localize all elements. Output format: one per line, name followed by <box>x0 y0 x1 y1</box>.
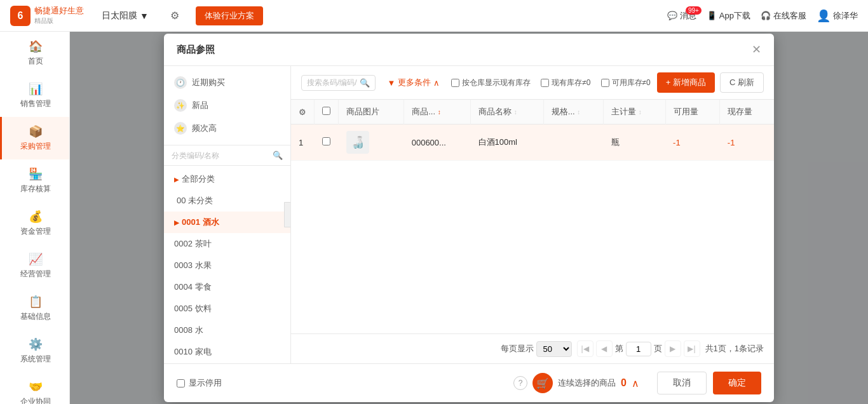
col-available[interactable]: 可用量 <box>665 100 720 125</box>
category-0001[interactable]: ▶ 0001 酒水 <box>164 212 290 233</box>
select-all-checkbox[interactable] <box>322 107 330 115</box>
check-usable-input[interactable] <box>601 79 609 87</box>
home-icon: 🏠 <box>29 39 43 53</box>
sidebar-item-inventory[interactable]: 🏪 库存核算 <box>0 159 69 202</box>
messages-item[interactable]: 💬 消息 99+ <box>667 10 696 22</box>
check-inventory-label[interactable]: 现有库存≠0 <box>541 77 590 88</box>
quick-tab-new-label: 新品 <box>192 100 208 111</box>
category-name-0008: 0008 水 <box>174 325 203 336</box>
cancel-button[interactable]: 取消 <box>657 372 707 394</box>
app-download-item[interactable]: 📱 App下载 <box>707 10 750 22</box>
show-disabled-area: 显示停用 <box>177 377 222 389</box>
category-search-input[interactable] <box>172 151 269 160</box>
modal-body: 🕐 近期购买 ✨ 新品 ⭐ 频次高 <box>164 66 774 363</box>
table-row[interactable]: 1 🍶 000600... <box>291 125 774 161</box>
category-0002[interactable]: 0002 茶叶 <box>164 233 290 255</box>
filter-btn[interactable]: ▼ 更多条件 ∧ <box>382 74 445 91</box>
quick-tab-frequent[interactable]: ⭐ 频次高 <box>164 117 290 140</box>
category-0005[interactable]: 0005 饮料 <box>164 298 290 320</box>
modal-close-button[interactable]: ✕ <box>752 43 761 57</box>
finance-icon: 💰 <box>29 210 43 224</box>
sidebar-item-system[interactable]: ⚙️ 系统管理 <box>0 330 69 372</box>
category-0010[interactable]: 0010 家电 <box>164 341 290 363</box>
fold-btn[interactable]: ∧ <box>632 377 639 389</box>
collab-icon: 🤝 <box>29 380 43 394</box>
col-code-label: 商品... <box>412 107 437 116</box>
gear-button[interactable]: ⚙ <box>161 6 188 25</box>
col-code[interactable]: 商品... ↕ <box>404 100 471 125</box>
col-name[interactable]: 商品名称 ↕ <box>471 100 544 125</box>
col-checkbox[interactable] <box>315 100 339 125</box>
row-available: -1 <box>673 138 681 147</box>
sidebar-item-home[interactable]: 🏠 首页 <box>0 32 69 74</box>
category-list: ▶ 全部分类 00 未分类 ▶ 0001 酒水 <box>164 166 290 363</box>
quick-tab-new[interactable]: ✨ 新品 <box>164 94 290 117</box>
category-name-0001: 0001 酒水 <box>182 217 219 228</box>
cart-count: 0 <box>621 377 627 389</box>
col-spec[interactable]: 规格... ↕ <box>543 100 603 125</box>
category-0008[interactable]: 0008 水 <box>164 320 290 341</box>
product-search-input[interactable] <box>307 78 357 87</box>
online-service-label: 在线客服 <box>773 10 806 22</box>
col-settings[interactable]: ⚙ <box>291 100 315 125</box>
quick-tab-recent-label: 近期购买 <box>192 77 225 88</box>
category-uncategorized[interactable]: 00 未分类 <box>164 190 290 212</box>
purchase-icon: 📦 <box>29 125 43 138</box>
cart-icon-btn[interactable]: 🛒 <box>532 373 553 393</box>
show-disabled-checkbox[interactable] <box>177 379 185 387</box>
sidebar-item-collab[interactable]: 🤝 企业协同 <box>0 372 69 404</box>
filter-icon: ▼ <box>387 78 395 88</box>
page-number-input[interactable] <box>626 342 651 356</box>
page-last-btn[interactable]: ▶| <box>684 340 700 357</box>
category-name-0003: 0003 水果 <box>174 260 212 271</box>
collapse-panel-btn[interactable]: 《 <box>284 202 291 227</box>
experience-btn[interactable]: 体验行业方案 <box>196 6 263 25</box>
quick-tab-recent[interactable]: 🕐 近期购买 <box>164 71 290 94</box>
check-usable-label[interactable]: 可用库存≠0 <box>601 77 651 88</box>
page-size-select[interactable]: 20 50 100 200 <box>536 341 572 357</box>
col-image: 商品图片 <box>339 100 404 125</box>
logo-name: 畅捷通好生意 <box>34 6 84 17</box>
category-0003[interactable]: 0003 水果 <box>164 255 290 276</box>
sidebar-item-purchase[interactable]: 📦 采购管理 <box>0 117 69 159</box>
check-warehouse-input[interactable] <box>451 79 459 87</box>
page-navigation: |◀ ◀ 第 页 ▶ ▶| <box>577 340 700 357</box>
check-inventory-input[interactable] <box>541 79 549 87</box>
sidebar-label-home: 首页 <box>28 56 43 67</box>
category-search-icon[interactable]: 🔍 <box>273 151 283 160</box>
system-icon: ⚙️ <box>29 337 43 351</box>
col-unit[interactable]: 主计量 ↕ <box>604 100 665 125</box>
sidebar-item-operation[interactable]: 📈 经营管理 <box>0 245 69 287</box>
category-all[interactable]: ▶ 全部分类 <box>164 168 290 190</box>
filter-label: 更多条件 <box>398 77 431 88</box>
sidebar-item-basic[interactable]: 📋 基础信息 <box>0 287 69 330</box>
recent-icon: 🕐 <box>174 76 187 89</box>
add-product-btn[interactable]: + 新增商品 <box>657 72 715 93</box>
page-next-btn[interactable]: ▶ <box>665 340 681 357</box>
sidebar-item-sales[interactable]: 📊 销售管理 <box>0 74 69 117</box>
row-checkbox[interactable] <box>322 137 330 145</box>
refresh-btn[interactable]: C 刷新 <box>720 72 764 93</box>
row-checkbox-cell[interactable] <box>315 125 339 161</box>
category-0004[interactable]: 0004 零食 <box>164 276 290 298</box>
row-product-name: 白酒100ml <box>478 137 517 147</box>
category-all-label: 全部分类 <box>182 173 215 185</box>
category-name-0005: 0005 饮料 <box>174 303 212 314</box>
help-icon[interactable]: ? <box>513 376 527 390</box>
user-item[interactable]: 👤 徐泽华 <box>817 9 858 23</box>
sidebar: 🏠 首页 📊 销售管理 📦 采购管理 🏪 库存核算 💰 资金管理 📈 经营管理 … <box>0 32 70 404</box>
col-name-label: 商品名称 <box>478 107 514 116</box>
sort-name-icon: ↕ <box>514 109 517 116</box>
page-prev-btn[interactable]: ◀ <box>596 340 613 357</box>
product-search-icon[interactable]: 🔍 <box>360 78 370 88</box>
row-unit-cell: 瓶 <box>604 125 665 161</box>
cart-label: 连续选择的商品 <box>558 377 616 389</box>
logo-sub: 精品版 <box>34 17 84 25</box>
check-warehouse-label[interactable]: 按仓库显示现有库存 <box>451 77 531 88</box>
page-first-btn[interactable]: |◀ <box>577 340 593 357</box>
online-service-item[interactable]: 🎧 在线客服 <box>761 10 806 22</box>
operation-icon: 📈 <box>29 252 43 266</box>
sidebar-item-finance[interactable]: 💰 资金管理 <box>0 202 69 245</box>
confirm-button[interactable]: 确定 <box>713 372 761 394</box>
store-selector[interactable]: 日太阳膜 ▼ <box>97 8 154 24</box>
